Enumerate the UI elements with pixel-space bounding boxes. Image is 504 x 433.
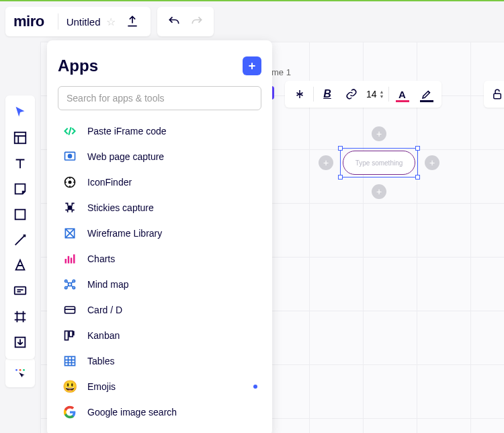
- svg-rect-1: [15, 210, 26, 220]
- app-item-emojis[interactable]: 😃 Emojis: [58, 374, 261, 399]
- web-capture-icon: [60, 147, 79, 166]
- frame-label[interactable]: me 1: [271, 67, 291, 77]
- app-label: Charts: [87, 253, 115, 264]
- svg-rect-26: [494, 93, 501, 99]
- svg-rect-11: [69, 206, 72, 210]
- more-tools-button[interactable]: [5, 358, 35, 387]
- code-icon: [60, 122, 79, 141]
- mindmap-icon: [60, 275, 79, 294]
- left-toolbar: [5, 95, 35, 359]
- shape-tool[interactable]: [8, 202, 32, 227]
- undo-button[interactable]: [163, 10, 185, 33]
- add-app-button[interactable]: +: [243, 56, 261, 75]
- svg-rect-0: [15, 132, 26, 144]
- charts-icon: [60, 249, 79, 268]
- app-label: Mind map: [87, 279, 128, 290]
- svg-point-10: [69, 181, 72, 184]
- app-label: Stickies capture: [87, 202, 154, 213]
- export-button[interactable]: [122, 11, 142, 32]
- add-connection-left[interactable]: +: [319, 155, 333, 170]
- header-divider: [58, 13, 58, 30]
- svg-rect-23: [65, 331, 69, 340]
- app-label: Web page capture: [87, 151, 164, 162]
- text-color-button[interactable]: A: [390, 82, 415, 106]
- divider: [388, 87, 389, 102]
- svg-point-6: [23, 369, 25, 371]
- app-item-iframe[interactable]: Paste iFrame code: [58, 118, 261, 144]
- app-label: Card / D: [87, 305, 122, 315]
- app-item-web-capture[interactable]: Web page capture: [58, 144, 261, 169]
- text-color-swatch: [396, 100, 409, 102]
- svg-rect-2: [15, 287, 26, 294]
- wireframe-icon: [60, 224, 79, 243]
- svg-rect-25: [65, 356, 75, 365]
- iconfinder-icon: [60, 173, 79, 192]
- app-item-stickies[interactable]: Stickies capture: [58, 195, 261, 221]
- align-button[interactable]: [288, 82, 312, 106]
- app-item-wireframe[interactable]: Wireframe Library: [58, 221, 261, 246]
- font-size-control[interactable]: 14 ▲ ▼: [364, 89, 387, 100]
- font-size-value: 14: [366, 89, 377, 100]
- link-button[interactable]: [339, 82, 364, 106]
- add-connection-top[interactable]: +: [372, 126, 386, 141]
- add-connection-bottom[interactable]: +: [372, 184, 386, 199]
- emoji-icon: 😃: [60, 377, 79, 396]
- app-label: Paste iFrame code: [87, 126, 167, 136]
- font-size-up[interactable]: ▲: [380, 89, 384, 94]
- resize-handle-tl[interactable]: [338, 146, 343, 151]
- board-title[interactable]: Untitled: [64, 16, 103, 28]
- sticky-tool[interactable]: [8, 177, 32, 201]
- line-tool[interactable]: [8, 228, 32, 252]
- selected-shape[interactable]: Type something + + + +: [343, 151, 415, 175]
- svg-point-4: [15, 369, 17, 371]
- add-connection-right[interactable]: +: [425, 155, 439, 170]
- card-icon: [60, 301, 79, 319]
- apps-search-input[interactable]: [58, 86, 261, 110]
- template-tool[interactable]: [8, 126, 32, 150]
- highlight-swatch: [420, 100, 433, 102]
- selection-box: [340, 148, 418, 178]
- svg-rect-15: [71, 258, 73, 263]
- svg-rect-14: [68, 256, 70, 264]
- apps-panel-header: Apps +: [58, 56, 261, 75]
- comment-tool[interactable]: [8, 279, 32, 303]
- app-label: Google image search: [87, 407, 177, 418]
- miro-logo[interactable]: miro: [13, 13, 52, 30]
- font-size-down[interactable]: ▼: [380, 94, 384, 99]
- app-item-iconfinder[interactable]: IconFinder: [58, 169, 261, 195]
- svg-rect-24: [69, 331, 73, 336]
- app-item-google-images[interactable]: Google image search: [58, 399, 261, 425]
- resize-handle-tr[interactable]: [415, 146, 420, 151]
- redo-button[interactable]: [185, 10, 208, 33]
- format-toolbar: B 14 ▲ ▼ A: [285, 81, 442, 108]
- bold-button[interactable]: B: [315, 82, 339, 106]
- app-item-charts[interactable]: Charts: [58, 246, 261, 272]
- apps-list: Paste iFrame code Web page capture IconF…: [58, 118, 261, 425]
- star-icon[interactable]: ☆: [106, 15, 116, 28]
- app-item-kanban[interactable]: Kanban: [58, 323, 261, 348]
- top-header: miro Untitled ☆: [5, 7, 214, 36]
- app-label: IconFinder: [87, 177, 132, 188]
- app-item-mindmap[interactable]: Mind map: [58, 272, 261, 297]
- select-tool[interactable]: [8, 100, 32, 124]
- app-label: Kanban: [87, 330, 120, 341]
- apps-panel: Apps + Paste iFrame code Web page captur…: [47, 40, 272, 433]
- google-icon: [60, 403, 79, 422]
- app-item-card[interactable]: Card / D: [58, 297, 261, 323]
- lock-button[interactable]: [484, 81, 504, 108]
- tables-icon: [60, 352, 79, 370]
- undo-redo-group: [157, 7, 214, 36]
- resize-handle-bl[interactable]: [338, 175, 343, 180]
- text-tool[interactable]: [8, 151, 32, 175]
- svg-point-8: [69, 155, 72, 158]
- kanban-icon: [60, 326, 79, 345]
- upload-tool[interactable]: [8, 330, 32, 354]
- frame-tool[interactable]: [8, 305, 32, 329]
- app-item-tables[interactable]: Tables: [58, 348, 261, 374]
- highlight-button[interactable]: [415, 82, 439, 106]
- svg-rect-16: [73, 254, 75, 263]
- resize-handle-br[interactable]: [415, 175, 420, 180]
- pen-tool[interactable]: [8, 253, 32, 278]
- svg-point-5: [19, 369, 22, 371]
- app-label: Emojis: [87, 381, 116, 392]
